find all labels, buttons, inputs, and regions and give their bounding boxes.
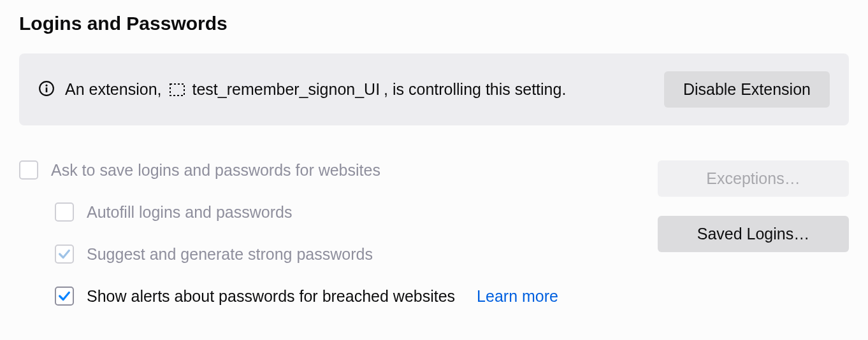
extension-notice: An extension, test_remember_signon_UI, i…	[19, 53, 849, 125]
settings-body: Ask to save logins and passwords for web…	[19, 160, 849, 306]
section-title: Logins and Passwords	[19, 13, 849, 34]
svg-rect-2	[46, 88, 48, 93]
suggest-row: Suggest and generate strong passwords	[55, 244, 632, 264]
autofill-label: Autofill logins and passwords	[87, 203, 292, 222]
exceptions-button: Exceptions…	[658, 160, 849, 197]
suggest-checkbox	[55, 244, 74, 264]
breach-checkbox[interactable]	[55, 287, 74, 306]
settings-left: Ask to save logins and passwords for web…	[19, 160, 632, 306]
suggest-label: Suggest and generate strong passwords	[87, 245, 373, 264]
notice-suffix: , is controlling this setting.	[384, 78, 566, 101]
breach-label: Show alerts about passwords for breached…	[87, 287, 455, 306]
ask-save-row: Ask to save logins and passwords for web…	[19, 160, 632, 180]
saved-logins-button[interactable]: Saved Logins…	[658, 216, 849, 252]
learn-more-link[interactable]: Learn more	[477, 287, 558, 306]
svg-rect-3	[170, 84, 184, 96]
info-icon	[38, 78, 55, 99]
notice-prefix: An extension,	[65, 78, 162, 101]
notice-row: An extension, test_remember_signon_UI, i…	[38, 78, 639, 101]
settings-right: Exceptions… Saved Logins…	[658, 160, 849, 252]
notice-text: An extension, test_remember_signon_UI, i…	[65, 78, 566, 101]
svg-point-1	[45, 85, 47, 87]
autofill-checkbox	[55, 202, 74, 222]
extension-name: test_remember_signon_UI	[192, 78, 380, 101]
ask-save-checkbox	[19, 160, 38, 180]
autofill-row: Autofill logins and passwords	[55, 202, 632, 222]
breach-row: Show alerts about passwords for breached…	[55, 287, 632, 306]
ask-save-label: Ask to save logins and passwords for web…	[51, 161, 380, 180]
disable-extension-button[interactable]: Disable Extension	[664, 71, 830, 108]
extension-icon	[168, 81, 186, 99]
